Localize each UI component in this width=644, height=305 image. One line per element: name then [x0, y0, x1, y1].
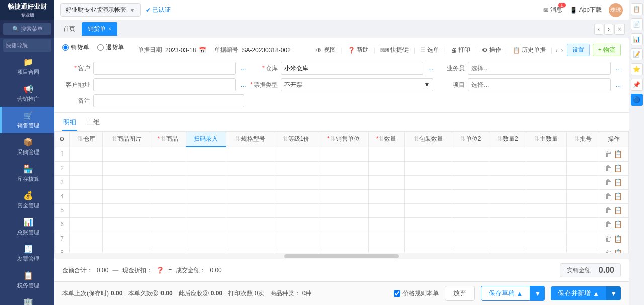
- toolbar-nav-prev[interactable]: ‹: [555, 46, 558, 54]
- th-main-qty[interactable]: ⇅主数量: [526, 132, 566, 147]
- tab-detail[interactable]: 明细: [62, 116, 77, 131]
- right-panel-btn-7[interactable]: 🔵: [631, 94, 643, 106]
- warehouse-input[interactable]: [281, 62, 424, 75]
- select-button[interactable]: ☰ 选单: [418, 45, 441, 55]
- th-spec-model[interactable]: ⇅规格型号: [226, 132, 274, 147]
- delete-row-button[interactable]: 🗑: [605, 164, 612, 172]
- toolbar-nav-next[interactable]: ›: [561, 46, 564, 54]
- price-checkbox[interactable]: 价格规则本单: [394, 289, 439, 298]
- save-draft-dropdown-button[interactable]: ▼: [530, 286, 545, 301]
- right-panel-btn-3[interactable]: 📊: [631, 33, 643, 45]
- cell-qty[interactable]: [369, 147, 405, 161]
- calendar-icon[interactable]: 📅: [199, 47, 206, 54]
- address-dots[interactable]: ...: [241, 81, 246, 88]
- tab-prev-button[interactable]: ‹: [594, 24, 603, 35]
- cell-product[interactable]: [150, 147, 186, 161]
- cell-batch[interactable]: [566, 147, 599, 161]
- cell-product-image[interactable]: [103, 147, 150, 161]
- tab-close-all-button[interactable]: ×: [614, 24, 625, 35]
- right-panel-btn-5[interactable]: ⭐: [631, 63, 643, 75]
- delete-row-button[interactable]: 🗑: [605, 178, 612, 186]
- copy-row-button[interactable]: 📋: [614, 192, 622, 200]
- right-panel-btn-4[interactable]: 📝: [631, 48, 643, 60]
- radio-invoice[interactable]: 销货单: [62, 43, 89, 52]
- scroll-thumb[interactable]: [284, 254, 399, 258]
- right-panel-btn-1[interactable]: 📋: [631, 3, 643, 15]
- copy-row-button[interactable]: 📋: [614, 164, 622, 172]
- quick-nav-button[interactable]: 快捷导航: [3, 39, 51, 52]
- user-avatar[interactable]: 珠珠: [609, 3, 623, 17]
- cell-price[interactable]: [274, 147, 318, 161]
- th-product[interactable]: *⇅商品: [150, 132, 186, 147]
- th-scan-input[interactable]: 扫码录入: [186, 132, 226, 147]
- company-selector[interactable]: 好业财专业版演示帐套 ▼: [60, 3, 141, 17]
- cell-qty2[interactable]: [489, 147, 526, 161]
- copy-row-button[interactable]: 📋: [614, 220, 622, 228]
- delete-row-button[interactable]: 🗑: [605, 150, 612, 158]
- copy-row-button[interactable]: 📋: [614, 235, 622, 243]
- project-input[interactable]: [468, 78, 611, 91]
- set-button[interactable]: 设置: [567, 44, 590, 56]
- shortcut-button[interactable]: ⌨ 快捷键: [378, 45, 411, 55]
- th-warehouse[interactable]: ⇅仓库: [70, 132, 103, 147]
- radio-return-input[interactable]: [97, 44, 104, 51]
- delete-row-button[interactable]: 🗑: [605, 206, 612, 214]
- abandon-button[interactable]: 放弃: [445, 286, 475, 301]
- cell-warehouse[interactable]: [70, 147, 103, 161]
- copy-row-button[interactable]: 📋: [614, 178, 622, 186]
- sidebar-item-assets[interactable]: 🏢 固定资产: [0, 293, 54, 305]
- view-button[interactable]: 👁 视图: [314, 45, 338, 55]
- sidebar-item-purchase[interactable]: 📦 采购管理: [0, 133, 54, 160]
- copy-row-button[interactable]: 📋: [614, 249, 622, 253]
- th-grade1-price[interactable]: ⇅等级1价: [274, 132, 318, 147]
- copy-row-button[interactable]: 📋: [614, 150, 622, 158]
- tab-home[interactable]: 首页: [58, 22, 80, 36]
- logistics-button[interactable]: + 物流: [593, 44, 621, 56]
- tab-next-button[interactable]: ›: [604, 24, 613, 35]
- cell-pack-qty[interactable]: [405, 147, 452, 161]
- scroll-bar[interactable]: [54, 253, 629, 259]
- tab-invoice[interactable]: 销货单 ×: [82, 22, 117, 36]
- app-download-button[interactable]: 📱 App下载: [570, 6, 602, 14]
- sidebar-item-sales[interactable]: 🛒 销售管理: [0, 107, 54, 133]
- date-value[interactable]: 2023-03-18: [165, 47, 196, 54]
- delete-row-button[interactable]: 🗑: [605, 220, 612, 228]
- tab-2d[interactable]: 二维: [86, 116, 101, 131]
- price-checkbox-input[interactable]: [394, 290, 400, 297]
- cell-unit2[interactable]: [452, 147, 489, 161]
- sidebar-item-finance[interactable]: 💰 资金管理: [0, 187, 54, 213]
- right-panel-btn-6[interactable]: 📌: [631, 79, 643, 91]
- salesperson-input[interactable]: [468, 62, 611, 75]
- history-button[interactable]: 📋 历史单据: [511, 45, 548, 55]
- cell-sales-unit[interactable]: [318, 147, 368, 161]
- tab-close-icon[interactable]: ×: [108, 26, 111, 32]
- sidebar-item-invoices[interactable]: 🧾 发票管理: [0, 240, 54, 267]
- sidebar-item-marketing[interactable]: 📢 营销推广: [0, 80, 54, 107]
- delete-row-button[interactable]: 🗑: [605, 249, 612, 253]
- radio-return[interactable]: 退货单: [97, 43, 124, 52]
- save-new-button[interactable]: 保存并新增 ▲: [551, 286, 606, 300]
- sidebar-item-tax[interactable]: 📋 税务管理: [0, 267, 54, 293]
- th-product-image[interactable]: ⇅商品图片: [103, 132, 150, 147]
- sidebar-item-projects[interactable]: 📁 项目合同: [0, 53, 54, 80]
- warehouse-dots[interactable]: ...: [428, 65, 433, 72]
- help-button[interactable]: ❓ 帮助: [346, 45, 371, 55]
- right-panel-btn-2[interactable]: 📄: [631, 18, 643, 30]
- operation-button[interactable]: ⚙ 操作: [480, 45, 503, 55]
- sidebar-item-inventory[interactable]: 🏪 库存核算: [0, 160, 54, 187]
- customer-input[interactable]: [93, 62, 236, 75]
- delete-row-button[interactable]: 🗑: [605, 235, 612, 243]
- th-quantity[interactable]: *⇅数量: [369, 132, 405, 147]
- radio-invoice-input[interactable]: [62, 44, 69, 51]
- th-batch[interactable]: ⇅批号: [566, 132, 599, 147]
- th-sales-unit[interactable]: *⇅销售单位: [318, 132, 368, 147]
- cell-main-qty[interactable]: [526, 147, 566, 161]
- customer-dots[interactable]: ...: [241, 65, 246, 72]
- remark-input[interactable]: [93, 94, 244, 107]
- messages-button[interactable]: ✉ 1 消息: [543, 6, 562, 14]
- print-button[interactable]: 🖨 打印: [449, 45, 472, 55]
- th-unit2[interactable]: ⇅单位2: [452, 132, 489, 147]
- copy-row-button[interactable]: 📋: [614, 206, 622, 214]
- save-draft-button[interactable]: 保存草稿 ▲: [481, 286, 531, 301]
- sidebar-item-accounts[interactable]: 📊 总账管理: [0, 213, 54, 240]
